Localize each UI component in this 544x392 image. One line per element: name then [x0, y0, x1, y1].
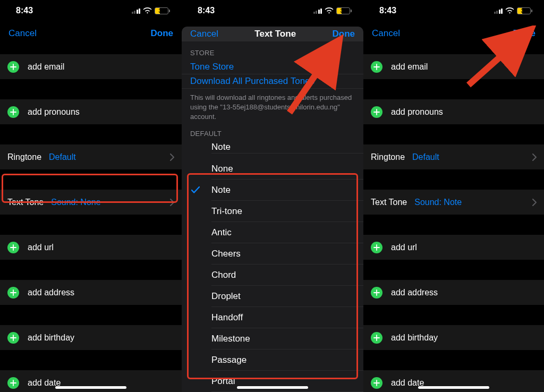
- row-label: add url: [391, 243, 417, 252]
- default-header: DEFAULT: [182, 122, 363, 141]
- cell-signal-icon: [494, 7, 503, 14]
- screenshot-middle: 8:43 36 Cancel Text Tone Done STORE Tone…: [182, 0, 363, 392]
- plus-icon: [371, 61, 382, 73]
- tone-row[interactable]: Passage: [182, 350, 363, 371]
- row-label: add pronouns: [391, 107, 443, 117]
- download-all-row[interactable]: Download All Purchased Tones: [182, 74, 363, 89]
- add-pronouns-row[interactable]: add pronouns: [363, 99, 544, 124]
- plus-icon: [371, 242, 382, 253]
- add-address-row[interactable]: add address: [363, 280, 544, 305]
- row-value: Default: [49, 152, 76, 162]
- row-label: Ringtone: [371, 152, 405, 162]
- add-email-row[interactable]: add email: [363, 54, 544, 79]
- row-label: add url: [28, 243, 54, 252]
- screenshot-right: 8:43 36 Cancel Done add email add pronou…: [363, 0, 544, 392]
- row-label: Text Tone: [371, 198, 407, 207]
- status-right-cluster: 36: [494, 7, 533, 14]
- tone-name: Handoff: [211, 312, 243, 323]
- plus-icon: [371, 287, 382, 299]
- row-value: Sound: Note: [414, 198, 462, 207]
- tone-name: Milestone: [211, 334, 250, 344]
- battery-icon: 37: [155, 7, 170, 14]
- wifi-icon: [325, 7, 334, 14]
- status-bar: 8:43 36: [363, 0, 544, 21]
- row-label: add email: [28, 62, 64, 72]
- cancel-button[interactable]: Cancel: [8, 28, 37, 39]
- home-indicator[interactable]: [237, 386, 308, 389]
- download-note: This will download all ringtones and ale…: [182, 89, 363, 122]
- check-icon: [191, 180, 200, 201]
- tone-row[interactable]: Droplet: [182, 286, 363, 307]
- ringtone-row[interactable]: RingtoneDefault: [363, 144, 544, 169]
- done-button[interactable]: Done: [333, 29, 355, 39]
- nav-bar: Cancel Done: [363, 21, 544, 46]
- cell-signal-icon: [313, 7, 322, 14]
- add-address-row[interactable]: add address: [0, 280, 182, 305]
- sheet-title: Text Tone: [254, 29, 296, 39]
- done-button[interactable]: Done: [513, 28, 536, 39]
- status-bar: 8:43 37: [0, 0, 182, 21]
- row-label: Text Tone: [7, 198, 44, 207]
- tone-row[interactable]: Antic: [182, 222, 363, 243]
- status-right-cluster: 36: [313, 7, 352, 14]
- tone-name: Cheers: [211, 249, 241, 259]
- tone-row[interactable]: None: [182, 158, 363, 180]
- wifi-icon: [505, 7, 514, 14]
- row-label: add address: [28, 288, 74, 297]
- current-tone-row[interactable]: Note: [182, 141, 363, 154]
- add-pronouns-row[interactable]: add pronouns: [0, 99, 182, 124]
- wifi-icon: [143, 7, 152, 14]
- row-value: Default: [412, 152, 439, 162]
- tone-row[interactable]: Note: [182, 180, 363, 201]
- tone-row[interactable]: Tri-tone: [182, 201, 363, 222]
- chevron-right-icon: [532, 144, 537, 169]
- store-header: STORE: [182, 41, 363, 60]
- row-label: add birthday: [391, 333, 438, 343]
- row-label: add birthday: [28, 333, 74, 343]
- tone-name: Antic: [211, 227, 232, 238]
- plus-icon: [371, 106, 382, 118]
- tone-name: Chord: [211, 270, 236, 280]
- row-label: Ringtone: [7, 152, 41, 162]
- status-time: 8:43: [16, 6, 33, 15]
- tone-name: Portal: [211, 376, 235, 387]
- status-time: 8:43: [198, 6, 215, 15]
- ringtone-row[interactable]: RingtoneDefault: [0, 144, 182, 169]
- add-url-row[interactable]: add url: [363, 235, 544, 260]
- screenshot-left: 8:43 37 Cancel Done add email add pronou…: [0, 0, 182, 392]
- row-label: add pronouns: [28, 107, 80, 117]
- tone-row[interactable]: Handoff: [182, 307, 363, 328]
- text-tone-sheet[interactable]: Cancel Text Tone Done STORE Tone Store D…: [182, 27, 363, 392]
- tone-row[interactable]: Chord: [182, 265, 363, 286]
- status-bar: 8:43 36: [182, 0, 363, 21]
- row-label: add address: [391, 288, 438, 297]
- home-indicator[interactable]: [418, 386, 489, 389]
- cell-signal-icon: [132, 7, 141, 14]
- plus-icon: [7, 377, 19, 389]
- contact-edit-list[interactable]: add email add pronouns RingtoneDefault T…: [0, 46, 182, 392]
- tone-name: Droplet: [211, 291, 241, 302]
- plus-icon: [371, 332, 382, 344]
- home-indicator[interactable]: [55, 386, 126, 389]
- tone-store-row[interactable]: Tone Store: [182, 60, 363, 74]
- text-tone-row[interactable]: Text ToneSound: None: [0, 190, 182, 215]
- add-url-row[interactable]: add url: [0, 235, 182, 260]
- plus-icon: [7, 106, 19, 118]
- plus-icon: [7, 242, 19, 253]
- cancel-button[interactable]: Cancel: [372, 28, 400, 39]
- text-tone-row[interactable]: Text ToneSound: Note: [363, 190, 544, 215]
- plus-icon: [7, 332, 19, 344]
- tone-row[interactable]: Milestone: [182, 328, 363, 350]
- row-label: add email: [391, 62, 428, 72]
- tone-name: Note: [211, 185, 231, 195]
- tone-name: None: [211, 164, 233, 174]
- add-birthday-row[interactable]: add birthday: [0, 325, 182, 350]
- row-value: Sound: None: [51, 198, 100, 207]
- cancel-button[interactable]: Cancel: [190, 29, 218, 39]
- chevron-right-icon: [170, 190, 174, 215]
- add-birthday-row[interactable]: add birthday: [363, 325, 544, 350]
- contact-edit-list[interactable]: add email add pronouns RingtoneDefault T…: [363, 46, 544, 392]
- tone-row[interactable]: Cheers: [182, 243, 363, 265]
- done-button[interactable]: Done: [151, 28, 174, 39]
- add-email-row[interactable]: add email: [0, 54, 182, 79]
